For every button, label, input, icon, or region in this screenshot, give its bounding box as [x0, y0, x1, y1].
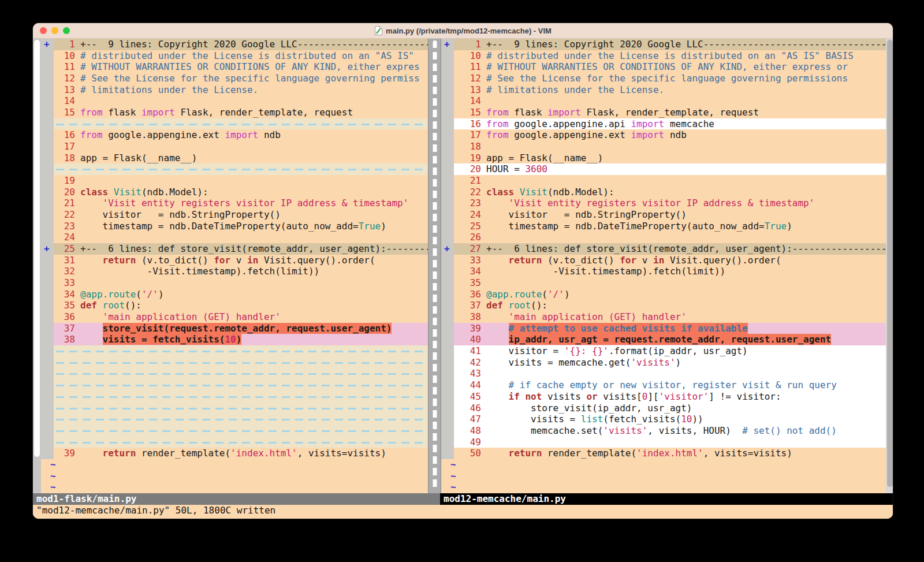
- code-line[interactable]: 37def root():: [441, 300, 886, 311]
- empty-line[interactable]: ~: [41, 471, 428, 482]
- left-scrollbar[interactable]: [33, 39, 41, 493]
- code-line[interactable]: 14: [41, 95, 428, 107]
- fold-column[interactable]: [441, 368, 454, 379]
- fold-column[interactable]: [441, 232, 454, 243]
- zoom-button[interactable]: [63, 27, 70, 34]
- code-line[interactable]: 38 visits = fetch_visits(10): [41, 334, 428, 345]
- code-line[interactable]: 23 timestamp = ndb.DateTimeProperty(auto…: [41, 221, 428, 232]
- diff-filler-line[interactable]: [41, 368, 428, 379]
- code-line[interactable]: 18: [441, 141, 886, 152]
- title-bar[interactable]: main.py (/private/tmp/mod12-memcache) - …: [33, 23, 893, 39]
- diff-filler-line[interactable]: [41, 345, 428, 357]
- code-line[interactable]: 35def root():: [41, 300, 428, 311]
- divider-scrollbar-thumb[interactable]: [433, 40, 437, 490]
- right-scrollbar[interactable]: [886, 39, 893, 493]
- fold-indicator[interactable]: +: [441, 243, 454, 255]
- code-line[interactable]: 50 return render_template('index.html', …: [441, 448, 886, 459]
- code-line[interactable]: 36 'main application (GET) handler': [41, 311, 428, 323]
- fold-column[interactable]: [41, 323, 54, 334]
- code-line[interactable]: 20HOUR = 3600: [441, 163, 886, 175]
- fold-column[interactable]: [41, 425, 54, 437]
- fold-column[interactable]: [41, 448, 54, 459]
- fold-indicator[interactable]: +: [441, 39, 454, 50]
- code-line[interactable]: 19app = Flask(__name__): [441, 152, 886, 164]
- code-line[interactable]: 33 return (v.to_dict() for v in Visit.qu…: [441, 255, 886, 266]
- code-line[interactable]: 45 if not visits or visits[0]['visitor']…: [441, 391, 886, 403]
- fold-column[interactable]: [441, 414, 454, 425]
- code-line[interactable]: 47 visits = list(fetch_visits(10)): [441, 414, 886, 425]
- fold-column[interactable]: [441, 391, 454, 403]
- fold-column[interactable]: [41, 391, 54, 403]
- fold-column[interactable]: [441, 221, 454, 232]
- diff-filler-line[interactable]: [41, 425, 428, 437]
- code-line[interactable]: 11# WITHOUT WARRANTIES OR CONDITIONS OF …: [41, 61, 428, 73]
- fold-column[interactable]: [441, 323, 454, 334]
- code-line[interactable]: 10# distributed under the License is dis…: [41, 50, 428, 62]
- fold-column[interactable]: [41, 300, 54, 311]
- code-line[interactable]: 18app = Flask(__name__): [41, 152, 428, 164]
- minimize-button[interactable]: [51, 27, 58, 34]
- fold-column[interactable]: [441, 129, 454, 141]
- code-line[interactable]: 12# See the License for the specific lan…: [441, 73, 886, 84]
- code-line[interactable]: 17from google.appengine.ext import ndb: [441, 129, 886, 141]
- fold-column[interactable]: [41, 141, 54, 152]
- code-line[interactable]: 33: [41, 277, 428, 289]
- fold-column[interactable]: [41, 334, 54, 345]
- code-line[interactable]: 40 ip_addr, usr_agt = request.remote_add…: [441, 334, 886, 345]
- empty-line[interactable]: ~: [441, 459, 886, 471]
- fold-column[interactable]: [41, 84, 54, 96]
- fold-column[interactable]: [441, 107, 454, 118]
- fold-column[interactable]: [41, 437, 54, 448]
- code-line[interactable]: 42 visits = memcache.get('visits'): [441, 357, 886, 369]
- code-line[interactable]: 19: [41, 175, 428, 187]
- fold-column[interactable]: [41, 175, 54, 187]
- folded-line[interactable]: +27+-- 6 lines: def store_visit(remote_a…: [441, 243, 886, 255]
- code-line[interactable]: 26: [441, 232, 886, 243]
- code-line[interactable]: 41 visitor = '{}: {}'.format(ip_addr, us…: [441, 345, 886, 357]
- diff-filler-line[interactable]: [41, 403, 428, 414]
- fold-column[interactable]: [41, 403, 54, 414]
- code-line[interactable]: 24 visitor = ndb.StringProperty(): [441, 209, 886, 221]
- pane-divider[interactable]: [428, 39, 441, 493]
- diff-filler-line[interactable]: [41, 437, 428, 448]
- fold-column[interactable]: [441, 198, 454, 209]
- fold-column[interactable]: [41, 152, 54, 164]
- fold-column[interactable]: [441, 277, 454, 289]
- code-line[interactable]: 43: [441, 368, 886, 379]
- right-pane[interactable]: +1+-- 9 lines: Copyright 2020 Google LLC…: [441, 39, 886, 493]
- code-line[interactable]: 48 memcache.set('visits', visits, HOUR) …: [441, 425, 886, 437]
- code-line[interactable]: 37 store_visit(request.remote_addr, requ…: [41, 323, 428, 334]
- fold-indicator[interactable]: +: [41, 243, 54, 255]
- code-line[interactable]: 15from flask import Flask, render_templa…: [441, 107, 886, 118]
- fold-column[interactable]: [41, 277, 54, 289]
- diff-filler-line[interactable]: [41, 118, 428, 130]
- fold-column[interactable]: [441, 141, 454, 152]
- folded-line[interactable]: +1+-- 9 lines: Copyright 2020 Google LLC…: [41, 39, 428, 50]
- code-line[interactable]: 46 store_visit(ip_addr, usr_agt): [441, 403, 886, 414]
- code-line[interactable]: 10# distributed under the License is dis…: [441, 50, 886, 62]
- diff-filler-line[interactable]: [41, 391, 428, 403]
- code-line[interactable]: 13# limitations under the License.: [441, 84, 886, 96]
- fold-column[interactable]: [441, 379, 454, 391]
- empty-line[interactable]: ~: [41, 482, 428, 493]
- code-line[interactable]: 44 # if cache empty or new visitor, regi…: [441, 379, 886, 391]
- code-line[interactable]: 20class Visit(ndb.Model):: [41, 187, 428, 198]
- code-line[interactable]: 32 -Visit.timestamp).fetch(limit)): [41, 266, 428, 277]
- code-line[interactable]: 21 'Visit entity registers visitor IP ad…: [41, 198, 428, 209]
- code-line[interactable]: 34 -Visit.timestamp).fetch(limit)): [441, 266, 886, 277]
- fold-column[interactable]: [441, 209, 454, 221]
- fold-column[interactable]: [441, 61, 454, 73]
- fold-column[interactable]: [441, 73, 454, 84]
- status-bar-left[interactable]: mod1-flask/main.py: [33, 493, 440, 505]
- code-line[interactable]: 13# limitations under the License.: [41, 84, 428, 96]
- diff-filler-line[interactable]: [41, 357, 428, 369]
- fold-column[interactable]: [41, 368, 54, 379]
- code-line[interactable]: 35: [441, 277, 886, 289]
- fold-column[interactable]: [441, 187, 454, 198]
- fold-column[interactable]: [41, 345, 54, 357]
- fold-column[interactable]: [41, 61, 54, 73]
- fold-column[interactable]: [41, 221, 54, 232]
- code-line[interactable]: 14: [441, 95, 886, 107]
- fold-column[interactable]: [441, 175, 454, 187]
- code-line[interactable]: 16from google.appengine.ext import ndb: [41, 129, 428, 141]
